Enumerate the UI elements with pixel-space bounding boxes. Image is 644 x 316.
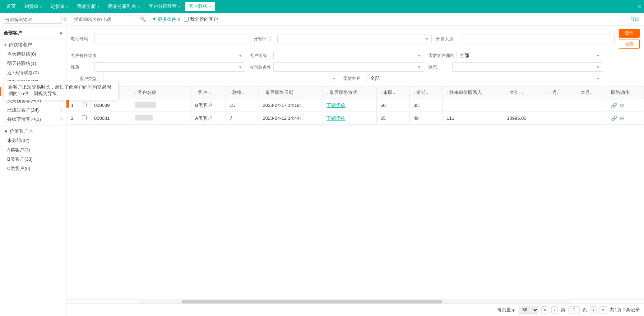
sidebar-item-b-class[interactable]: B类客户(33)	[0, 155, 66, 164]
nav-tab-sales[interactable]: 销货单 ×	[21, 2, 46, 11]
status-select[interactable]: ▼	[452, 62, 603, 72]
row1-grid-icon[interactable]: ⊞	[620, 103, 624, 108]
price-level-select[interactable]: ▼	[99, 51, 245, 60]
sidebar-item-ungroup[interactable]: 未分组(32)	[0, 136, 66, 145]
nav-tab-analysis-close[interactable]: ×	[97, 4, 99, 9]
sidebar-pending-section[interactable]: ▼ 待联络客户	[0, 39, 66, 49]
row1-this-month	[574, 99, 607, 112]
phone-label: 电话号码	[71, 36, 92, 42]
th-name[interactable]: 客户名称	[131, 86, 191, 99]
nav-tab-customer-segment[interactable]: 客户分层经营 ×	[145, 2, 184, 11]
sidebar-value-section[interactable]: ▼ 价值客户 ✎	[0, 126, 66, 136]
retail-attr-select[interactable]: 全部 ▼	[457, 51, 603, 60]
nav-tab-customer-segment-close[interactable]: ×	[178, 4, 180, 9]
sidebar-item-tomorrow[interactable]: 明天待联络(1)	[0, 59, 66, 68]
phone-input[interactable]	[94, 34, 249, 43]
sidebar-item-a-class[interactable]: A类客户(1)	[0, 145, 66, 155]
th-last-contact-method[interactable]: 最后联络方式	[323, 86, 377, 99]
sidebar-item-declining[interactable]: 持续下滑客户(2) ?	[0, 115, 66, 124]
row2-contact-method-link[interactable]: 下销货单	[326, 115, 345, 121]
customer-type-chevron: ▼	[332, 77, 336, 81]
filter-search-container: 🔍	[71, 15, 149, 23]
sidebar-item-churned[interactable]: 已流失客户(24) ?	[0, 105, 66, 115]
page-input[interactable]	[568, 306, 580, 313]
last-page-btn[interactable]: »	[599, 306, 607, 313]
th-current-year-sort[interactable]: 本年...	[507, 89, 537, 96]
nav-tab-sales-close[interactable]: ×	[40, 4, 42, 9]
sidebar-item-7days[interactable]: 近7天待联络(0)	[0, 68, 66, 77]
customer-level-chevron: ▼	[417, 54, 421, 58]
churned-help-icon[interactable]: ?	[60, 108, 62, 112]
th-contacts[interactable]: 往来单位联系人	[443, 86, 503, 99]
value-edit-icon[interactable]: ✎	[30, 129, 33, 134]
department-select[interactable]: ▼	[277, 34, 432, 43]
customer-type-select[interactable]: ▼	[103, 74, 339, 83]
declining-help-icon[interactable]: ?	[60, 117, 62, 122]
manager-chevron: ···	[608, 37, 611, 41]
row1-contact-method-link[interactable]: 下销货单	[326, 103, 345, 108]
my-customers-label[interactable]: 我分管的客户	[184, 16, 218, 23]
th-last-month[interactable]: 上月...	[541, 86, 574, 99]
th-last-month-sort[interactable]: 上月...	[545, 89, 570, 96]
th-this-month-sort[interactable]: 本月...	[578, 89, 603, 96]
more-conditions-btn[interactable]: ▼ 更多条件 ∧	[152, 16, 181, 23]
row2-grid-icon[interactable]: ⊞	[620, 115, 624, 121]
sidebar-search-input[interactable]	[3, 16, 62, 24]
nav-tab-analysis-list[interactable]: 商品分析列表 ×	[105, 2, 143, 11]
payment-select[interactable]: ▼	[273, 62, 424, 72]
row1-uncontact: 50	[377, 99, 410, 112]
th-name-sort[interactable]: 客户名称	[135, 89, 187, 96]
export-button[interactable]: ↑ 导出	[627, 16, 640, 23]
gender-select[interactable]: ▼	[94, 62, 245, 72]
th-overdue[interactable]: 逾期...	[410, 86, 443, 99]
row1-last-contact-method[interactable]: 下销货单	[323, 99, 377, 112]
th-customer-type-sort[interactable]: 客户...	[195, 89, 222, 96]
nav-tab-analysis-list-close[interactable]: ×	[138, 4, 140, 9]
filter-field-retail-attr: 零散客户属性 全部 ▼	[428, 51, 603, 60]
th-last-contact-date[interactable]: 最后联络日期	[259, 86, 323, 99]
customer-level-select[interactable]: ▼	[273, 51, 424, 60]
th-overdue-sort[interactable]: 逾期...	[413, 89, 439, 96]
th-uncontact[interactable]: 未联...	[377, 86, 410, 99]
row2-last-contact-method[interactable]: 下销货单	[323, 112, 377, 125]
sidebar-search-icon[interactable]: 🔍	[63, 17, 66, 23]
nav-tab-customer-contact[interactable]: 客户联络 ×	[185, 2, 215, 11]
th-contact-count[interactable]: 联络...	[226, 86, 259, 99]
row1-checkbox[interactable]	[82, 103, 87, 107]
row2-checkbox[interactable]	[82, 115, 87, 120]
first-page-btn[interactable]: «	[541, 306, 549, 313]
nav-tab-purchase-close[interactable]: ×	[66, 4, 68, 9]
th-customer-type[interactable]: 客户...	[191, 86, 226, 99]
sidebar-item-today[interactable]: 今天待联络(0)	[0, 49, 66, 59]
th-current-year[interactable]: 本年...	[503, 86, 541, 99]
retail-attr-chevron: ▼	[596, 54, 600, 58]
window-close-icon[interactable]: ×	[638, 3, 641, 10]
status-label: 状态	[428, 64, 450, 70]
page-size-select[interactable]: 50 100 200	[519, 306, 538, 314]
my-customers-checkbox[interactable]	[184, 17, 189, 22]
row2-link-icon[interactable]: 🔗	[611, 115, 617, 121]
sidebar-item-c-class[interactable]: C类客户(6)	[0, 164, 66, 173]
sidebar-collapse-icon[interactable]: «	[60, 30, 62, 36]
h-scrollbar[interactable]	[138, 300, 572, 303]
th-last-contact-date-sort[interactable]: 最后联络日期	[263, 89, 319, 96]
settings-button[interactable]: 设置	[619, 39, 640, 49]
next-page-btn[interactable]: ›	[590, 306, 597, 313]
query-button[interactable]: 查询	[619, 29, 640, 38]
filter-search-input[interactable]	[74, 17, 139, 22]
filter-search-icon[interactable]: 🔍	[140, 16, 146, 22]
nav-tab-analysis[interactable]: 商品分析 ×	[74, 2, 103, 11]
retail-customer-select[interactable]: 全部 ▼	[367, 74, 603, 83]
th-contacts-sort[interactable]: 往来单位联系人	[446, 89, 499, 96]
row1-link-icon[interactable]: 🔗	[611, 103, 617, 108]
th-last-contact-method-sort[interactable]: 最后联络方式	[326, 89, 373, 96]
prev-page-btn[interactable]: ‹	[551, 306, 558, 313]
th-uncontact-sort[interactable]: 未联...	[380, 89, 406, 96]
th-this-month[interactable]: 本月...	[574, 86, 607, 99]
h-scrollbar-thumb[interactable]	[182, 300, 442, 303]
manager-select[interactable]: ···	[460, 34, 615, 43]
nav-tab-customer-contact-close[interactable]: ×	[209, 4, 211, 9]
th-contact-count-sort[interactable]: 联络...	[230, 89, 255, 96]
nav-tab-purchase[interactable]: 进货单 ×	[47, 2, 72, 11]
nav-home[interactable]: 首页	[3, 2, 19, 11]
